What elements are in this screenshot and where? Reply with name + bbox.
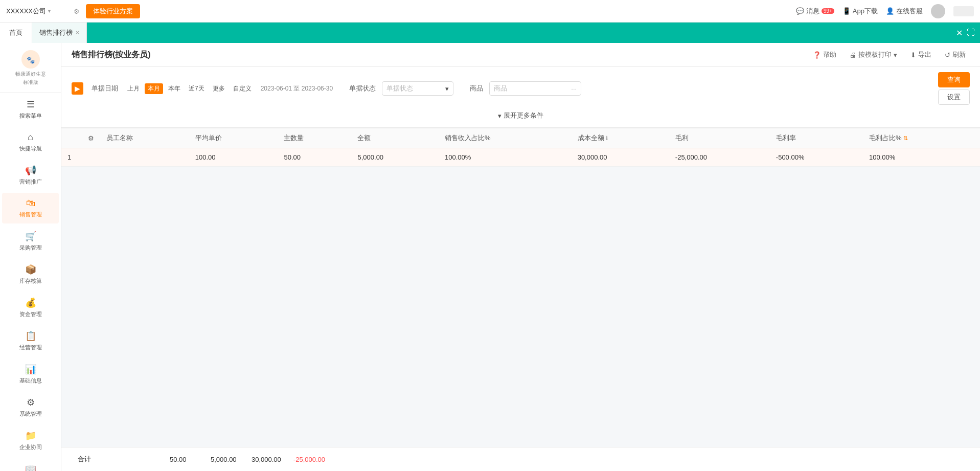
company-name: XXXXXX公司	[6, 7, 46, 16]
home-icon: ⌂	[28, 132, 33, 143]
table-header-row: ⚙ 员工名称 平均单价 主数量 全额 销售收入占比% 成本全额 ℹ 毛利 毛利率	[61, 128, 980, 148]
app-download-button[interactable]: 📱 App下载	[842, 7, 878, 16]
message-button[interactable]: 💬 消息 99+	[796, 7, 834, 16]
chevron-down-icon: ▾	[498, 112, 502, 120]
app-logo: 🐾	[20, 49, 41, 70]
expand-conditions-button[interactable]: ▾ 展开更多条件	[494, 109, 548, 122]
tab-home[interactable]: 首页	[0, 23, 32, 43]
refresh-button[interactable]: ↺ 刷新	[941, 48, 970, 61]
sidebar-item-inventory[interactable]: 📦 库存核算	[2, 259, 59, 290]
sidebar-item-nav[interactable]: ⌂ 快捷导航	[2, 127, 59, 158]
help-button[interactable]: ❓ 帮助	[809, 48, 840, 61]
filter-row-1: ▶ 单据日期 上月 本月 本年 近7天 更多 自定义 2023-06-01 至 …	[72, 72, 970, 105]
settings-button[interactable]: ⚙	[72, 5, 82, 18]
sidebar-item-search[interactable]: ☰ 搜索菜单	[2, 94, 59, 125]
date-buttons: 上月 本月 本年 近7天 更多 自定义	[124, 83, 255, 94]
query-button[interactable]: 查询	[938, 72, 970, 87]
user-avatar[interactable]	[931, 4, 945, 18]
col-settings[interactable]: ⚙	[82, 128, 100, 148]
col-qty: 主数量	[278, 128, 351, 148]
date-btn-7days[interactable]: 近7天	[186, 83, 208, 94]
help-icon: ❓	[813, 51, 821, 59]
inventory-icon: 📦	[25, 264, 36, 275]
date-btn-last-month[interactable]: 上月	[124, 83, 143, 94]
more-icon: ···	[571, 85, 577, 93]
cell-name	[100, 148, 189, 167]
basic-icon: 📊	[25, 364, 36, 375]
trial-button[interactable]: 体验行业方案	[86, 4, 140, 18]
filter-row-2: ▾ 展开更多条件	[72, 109, 970, 122]
footer-cost: 30,000.00	[245, 453, 287, 466]
logo-area: 🐾 畅康通好生意 标准版	[0, 43, 61, 93]
app-icon: 📱	[842, 7, 851, 15]
sidebar-item-system[interactable]: ⚙ 系统管理	[2, 392, 59, 423]
cell-amount: 5,000.00	[351, 148, 439, 167]
export-button[interactable]: ⬇ 导出	[906, 48, 936, 61]
system-icon: ⚙	[27, 397, 35, 408]
filter-settings-button[interactable]: 设置	[938, 89, 970, 105]
col-amount: 全额	[351, 128, 439, 148]
page-title: 销售排行榜(按业务员)	[72, 50, 151, 60]
profit-pct-sort-icon[interactable]: ⇅	[903, 135, 908, 141]
service-icon: 👤	[886, 7, 894, 15]
filter-toggle-icon[interactable]: ▶	[72, 82, 83, 95]
data-table: ⚙ 员工名称 平均单价 主数量 全额 销售收入占比% 成本全额 ℹ 毛利 毛利率	[61, 128, 980, 167]
col-avg-price: 平均单价	[189, 128, 278, 148]
cost-info-icon[interactable]: ℹ	[606, 135, 608, 141]
col-sales-pct: 销售收入占比%	[439, 128, 572, 148]
marketing-icon: 📢	[25, 165, 36, 176]
col-profit-pct: 毛利占比% ⇅	[863, 128, 980, 148]
sidebar-item-finance[interactable]: 💰 资金管理	[2, 292, 59, 323]
footer-profit: -25,000.00	[287, 453, 331, 466]
status-select[interactable]: 单据状态 ▾	[382, 81, 453, 96]
footer-qty: 50.00	[164, 453, 204, 466]
online-service-button[interactable]: 👤 在线客服	[886, 7, 923, 16]
cell-profit-rate: -500.00%	[770, 148, 863, 167]
footer-amount: 5,000.00	[204, 453, 245, 466]
tab-sales-ranking[interactable]: 销售排行榜 ×	[32, 23, 87, 43]
message-icon: 💬	[796, 7, 804, 15]
user-name[interactable]	[953, 6, 974, 16]
operations-icon: 📋	[25, 330, 36, 342]
col-rank	[61, 128, 82, 148]
close-window-icon[interactable]: ✕	[956, 28, 963, 38]
status-label: 单据状态	[349, 84, 376, 93]
header-actions: ❓ 帮助 🖨 按模板打印 ▾ ⬇ 导出 ↺ 刷新	[809, 48, 970, 61]
sidebar-item-basic[interactable]: 📊 基础信息	[2, 358, 59, 390]
goods-input[interactable]: 商品 ···	[489, 81, 581, 96]
tab-bar-actions: ✕ ⛶	[956, 28, 980, 38]
print-button[interactable]: 🖨 按模板打印 ▾	[846, 48, 901, 61]
page-header: 销售排行榜(按业务员) ❓ 帮助 🖨 按模板打印 ▾ ⬇ 导出 ↺ 刷新	[61, 43, 980, 67]
print-chevron-icon: ▾	[894, 51, 897, 59]
collab-icon: 📁	[25, 430, 36, 441]
date-btn-more[interactable]: 更多	[210, 83, 228, 94]
cell-cost: 30,000.00	[572, 148, 669, 167]
company-selector[interactable]: XXXXXX公司 ▾	[6, 7, 67, 16]
sidebar-item-purchase[interactable]: 🛒 采购管理	[2, 226, 59, 257]
logo-subtitle: 畅康通好生意	[15, 71, 46, 78]
sidebar-item-sales[interactable]: 🛍 销售管理	[2, 193, 59, 223]
col-profit: 毛利	[669, 128, 770, 148]
sidebar-item-collab[interactable]: 📁 企业协同	[2, 425, 59, 456]
sidebar-item-marketing[interactable]: 📢 营销推广	[2, 160, 59, 191]
content-area: 销售排行榜(按业务员) ❓ 帮助 🖨 按模板打印 ▾ ⬇ 导出 ↺ 刷新	[61, 43, 980, 471]
cell-settings	[82, 148, 100, 167]
col-name: 员工名称	[100, 128, 189, 148]
date-range-display: 2023-06-01 至 2023-06-30	[261, 84, 333, 93]
cell-avg-price: 100.00	[189, 148, 278, 167]
chevron-down-icon: ▾	[48, 8, 51, 14]
tab-bar: 首页 销售排行榜 × ✕ ⛶	[0, 23, 980, 43]
sidebar-item-operations[interactable]: 📋 经营管理	[2, 325, 59, 356]
refresh-icon: ↺	[945, 51, 950, 59]
filter-collapse[interactable]: ▶	[72, 82, 83, 95]
date-btn-current-month[interactable]: 本月	[145, 83, 163, 94]
tab-close-icon[interactable]: ×	[76, 29, 79, 36]
guide-icon: 📖	[25, 463, 36, 471]
sales-icon: 🛍	[26, 198, 35, 209]
date-btn-custom[interactable]: 自定义	[230, 83, 255, 94]
sidebar-item-guide[interactable]: 📖 新手引导	[2, 458, 59, 471]
date-btn-current-year[interactable]: 本年	[165, 83, 184, 94]
maximize-icon[interactable]: ⛶	[967, 28, 975, 37]
logo-version: 标准版	[23, 79, 38, 86]
export-icon: ⬇	[910, 51, 916, 59]
